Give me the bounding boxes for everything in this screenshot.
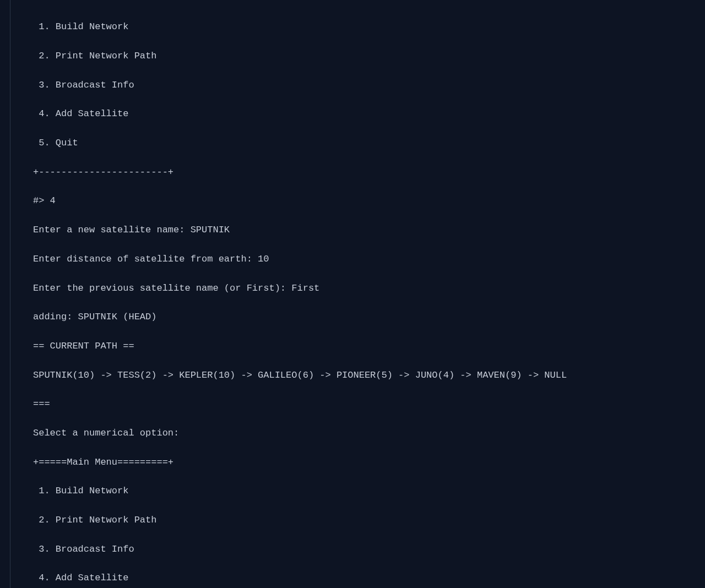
terminal-line: 2. Print Network Path <box>33 513 705 527</box>
terminal-line: Enter distance of satellite from earth: … <box>33 252 705 266</box>
terminal-line: Enter the previous satellite name (or Fi… <box>33 281 705 296</box>
terminal-line: 5. Quit <box>33 136 705 150</box>
terminal-line: 3. Broadcast Info <box>33 78 705 92</box>
terminal-output: 1. Build Network 2. Print Network Path 3… <box>0 0 705 588</box>
left-border <box>10 0 10 588</box>
terminal-line: SPUTNIK(10) -> TESS(2) -> KEPLER(10) -> … <box>33 368 705 383</box>
terminal-line: +=====Main Menu=========+ <box>33 455 705 470</box>
terminal-line: Enter a new satellite name: SPUTNIK <box>33 223 705 237</box>
terminal-line: 1. Build Network <box>33 484 705 498</box>
terminal-line: 3. Broadcast Info <box>33 542 705 557</box>
terminal-line: 1. Build Network <box>33 20 705 34</box>
terminal-line: 4. Add Satellite <box>33 571 705 585</box>
terminal-line: +-----------------------+ <box>33 165 705 179</box>
terminal-line: adding: SPUTNIK (HEAD) <box>33 310 705 324</box>
terminal-line: === <box>33 397 705 411</box>
terminal-line: Select a numerical option: <box>33 426 705 440</box>
terminal-line: #> 4 <box>33 194 705 208</box>
terminal-line: 2. Print Network Path <box>33 49 705 63</box>
terminal-line: 4. Add Satellite <box>33 107 705 121</box>
terminal-line: == CURRENT PATH == <box>33 339 705 353</box>
